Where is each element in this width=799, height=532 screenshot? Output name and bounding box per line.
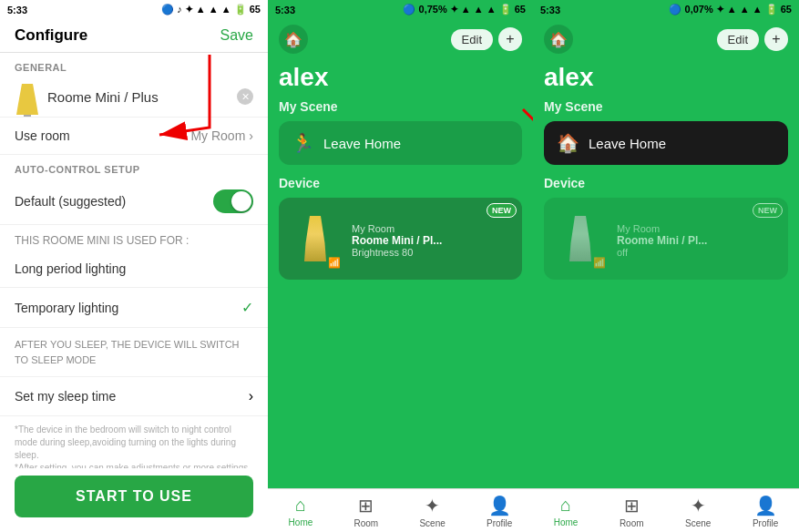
room-nav-icon-right: ⊞ (624, 495, 640, 517)
icons-mid: 🔵 0,75% ✦ ▲ ▲ ▲ 🔋 65 (403, 4, 526, 15)
sleep-time-row[interactable]: Set my sleep time › (0, 377, 268, 416)
right-header: 🏠 Edit + (533, 19, 799, 59)
plus-button-mid[interactable]: + (498, 27, 522, 51)
use-room-value: My Room › (190, 128, 253, 143)
device-info-right: My Room Roome Mini / Pl... off (615, 220, 709, 258)
time-right: 5:33 (540, 5, 560, 15)
footnote2: *After setting, you can make adjustments… (15, 462, 253, 468)
device-name-row: ✕ (0, 77, 268, 118)
device-img-right: 📶 (553, 207, 608, 271)
general-label: GENERAL (0, 53, 268, 77)
use-room-row[interactable]: Use room My Room › (0, 118, 268, 155)
header-actions-mid: Edit + (451, 27, 522, 51)
clear-icon[interactable]: ✕ (237, 88, 253, 105)
temporary-text: Temporary lighting (15, 301, 118, 315)
home-nav-label-mid: Home (289, 517, 313, 527)
device-title-right: Device (544, 176, 788, 190)
auto-control-label: AUTO-CONTROL SETUP (0, 155, 268, 179)
configure-header: Configure Save (0, 19, 268, 53)
device-status-right: off (617, 247, 707, 258)
chevron-right-sleep: › (249, 388, 253, 404)
leave-home-name-mid: Leave Home (323, 136, 401, 151)
configure-title: Configure (15, 26, 87, 45)
new-badge-mid: NEW (487, 203, 517, 218)
default-label: Default (suggested) (15, 194, 126, 209)
default-toggle[interactable] (213, 189, 253, 213)
device-name-right: Roome Mini / Pl... (617, 234, 707, 247)
temporary-item[interactable]: Temporary lighting ✓ (0, 288, 268, 328)
edit-button-right[interactable]: Edit (717, 29, 759, 50)
device-card-mid[interactable]: 📶 My Room Roome Mini / Pl... Brightness … (279, 198, 522, 280)
chevron-right-icon: › (249, 128, 253, 143)
nav-home-mid[interactable]: ⌂ Home (289, 495, 313, 528)
right-panel: 5:33 🔵 0,07% ✦ ▲ ▲ ▲ 🔋 65 🏠 Edit + alex … (533, 0, 799, 532)
mid-header: 🏠 Edit + (268, 19, 533, 59)
user-name-mid: alex (268, 59, 533, 99)
device-name-mid: Roome Mini / Pl... (352, 234, 442, 247)
room-nav-label-mid: Room (354, 518, 379, 528)
device-card-right[interactable]: 📶 My Room Roome Mini / Pl... off NEW (544, 198, 788, 280)
default-row: Default (suggested) (0, 179, 268, 225)
svg-rect-1 (24, 115, 31, 117)
device-title-mid: Device (279, 176, 522, 190)
nav-room-mid[interactable]: ⊞ Room (354, 495, 379, 528)
scene-nav-icon-mid: ✦ (425, 495, 440, 517)
scene-nav-icon-right: ✦ (691, 495, 706, 517)
sleep-note-text: AFTER YOU SLEEP, THE DEVICE WILL SWITCH … (15, 339, 240, 365)
icons-right: 🔵 0,07% ✦ ▲ ▲ ▲ 🔋 65 (669, 4, 792, 15)
device-icon (15, 84, 40, 109)
start-to-use-button[interactable]: START TO USE (15, 476, 253, 517)
time-left: 5:33 (7, 5, 27, 15)
time-mid: 5:33 (275, 5, 295, 15)
long-period-item[interactable]: Long period lighting (0, 251, 268, 288)
user-name-right: alex (533, 59, 799, 99)
home-icon-button-right[interactable]: 🏠 (544, 25, 573, 54)
sleep-time-label: Set my sleep time (15, 389, 116, 404)
header-actions-right: Edit + (717, 27, 788, 51)
bluetooth-icon-mid: 📶 (328, 257, 341, 269)
scene-nav-label-mid: Scene (419, 518, 445, 528)
home-icon-button-mid[interactable]: 🏠 (279, 25, 308, 54)
nav-profile-right[interactable]: 👤 Profile (753, 495, 778, 528)
device-room-mid: My Room (352, 223, 442, 234)
device-room-right: My Room (617, 223, 707, 234)
leave-home-name-right: Leave Home (589, 136, 666, 151)
home-nav-icon-mid: ⌂ (295, 495, 306, 516)
footnote: *The device in the bedroom will switch t… (0, 416, 268, 468)
leave-home-icon-right: 🏠 (557, 132, 579, 154)
nav-scene-right[interactable]: ✦ Scene (685, 495, 711, 528)
device-brightness-mid: Brightness 80 (352, 247, 442, 258)
left-content: GENERAL ✕ Use room My Room › (0, 53, 268, 468)
device-img-mid: 📶 (288, 207, 343, 271)
nav-profile-mid[interactable]: 👤 Profile (487, 495, 512, 528)
leave-home-card-mid[interactable]: 🏃 Leave Home (279, 121, 522, 165)
use-room-label: Use room (15, 128, 70, 143)
new-badge-right: NEW (753, 203, 783, 218)
mid-panel: 5:33 🔵 0,75% ✦ ▲ ▲ ▲ 🔋 65 🏠 Edit + alex … (268, 0, 533, 532)
mid-content: My Scene 🏃 Leave Home Device 📶 My Room R… (268, 99, 533, 488)
room-nav-icon-mid: ⊞ (358, 495, 374, 517)
long-period-text: Long period lighting (15, 261, 126, 276)
save-button[interactable]: Save (220, 27, 253, 44)
svg-marker-0 (16, 84, 38, 115)
profile-nav-label-mid: Profile (487, 518, 512, 528)
footnote1: *The device in the bedroom will switch t… (15, 424, 253, 462)
nav-home-right[interactable]: ⌂ Home (554, 495, 579, 528)
status-bar-mid: 5:33 🔵 0,75% ✦ ▲ ▲ ▲ 🔋 65 (268, 0, 533, 19)
plus-button-right[interactable]: + (764, 27, 788, 51)
left-panel: 5:33 🔵 ♪ ✦ ▲ ▲ ▲ 🔋 65 Configure Save GEN… (0, 0, 268, 532)
sleep-note: AFTER YOU SLEEP, THE DEVICE WILL SWITCH … (0, 328, 268, 377)
edit-button-mid[interactable]: Edit (451, 29, 493, 50)
home-nav-label-right: Home (554, 517, 579, 527)
leave-home-card-right[interactable]: 🏠 Leave Home (544, 121, 788, 165)
leave-home-icon-mid: 🏃 (292, 132, 314, 154)
room-nav-label-right: Room (620, 518, 644, 528)
right-content: My Scene 🏠 Leave Home Device 📶 My Room R… (533, 99, 799, 488)
scene-nav-label-right: Scene (685, 518, 711, 528)
status-bar-right: 5:33 🔵 0,07% ✦ ▲ ▲ ▲ 🔋 65 (533, 0, 799, 19)
bluetooth-icon-right: 📶 (593, 257, 606, 269)
device-name-input[interactable] (47, 89, 230, 105)
nav-room-right[interactable]: ⊞ Room (620, 495, 644, 528)
nav-scene-mid[interactable]: ✦ Scene (419, 495, 445, 528)
temporary-checkmark: ✓ (241, 299, 253, 316)
